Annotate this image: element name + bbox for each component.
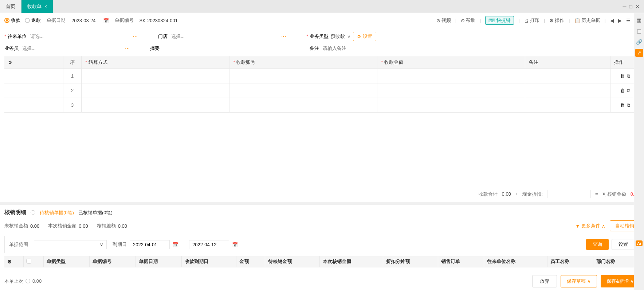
summary-input[interactable]	[162, 45, 289, 52]
help-label: 帮助	[466, 17, 475, 24]
tab-pending[interactable]: 待核销单据(0笔)	[40, 209, 74, 216]
sidebar-icon-1[interactable]: ▦	[635, 16, 643, 24]
tab-home-label: 首页	[6, 3, 15, 10]
row-1-settlement[interactable]	[82, 69, 229, 83]
row-3-delete-icon[interactable]: 🗑	[620, 102, 625, 108]
date-to-input[interactable]	[189, 240, 229, 249]
row-3-settlement[interactable]	[82, 98, 229, 113]
window-min-icon[interactable]: ─	[623, 4, 627, 9]
operation-btn[interactable]: ⚙ 操作	[549, 17, 564, 24]
calendar-from-icon[interactable]: 📅	[173, 242, 178, 247]
shortcut-label: 快捷键	[496, 17, 511, 24]
equals-sign: =	[595, 191, 598, 197]
ai-label[interactable]: Ai	[636, 240, 643, 246]
radio-group: 收款 退款	[4, 17, 41, 24]
more-conditions-btn[interactable]: ▼ 更多条件 ∧	[575, 223, 605, 229]
window-max-icon[interactable]: □	[629, 4, 632, 9]
unwritten-stat: 未核销金额 0.00	[4, 223, 39, 229]
row-2-delete-icon[interactable]: 🗑	[620, 88, 625, 94]
date-from-input[interactable]	[130, 240, 170, 249]
col-settings-header[interactable]: ⚙	[4, 56, 63, 69]
radio-refund[interactable]: 退款	[25, 17, 41, 24]
help-btn[interactable]: ⊙ 帮助	[461, 17, 475, 24]
row-3-copy-icon[interactable]: ⧉	[627, 102, 630, 108]
save-draft-button[interactable]: 保存草稿 ∧	[561, 275, 597, 287]
detail-col-counterpart: 往来单位名称	[484, 256, 547, 267]
row-2-remark[interactable]	[525, 83, 610, 98]
tab-close-icon[interactable]: ×	[44, 4, 47, 9]
shortcut-btn[interactable]: ⌨ 快捷键	[485, 16, 514, 25]
detail-col-settings[interactable]: ⚙	[4, 256, 23, 267]
row-1-account[interactable]	[229, 69, 377, 83]
row-3-remark[interactable]	[525, 98, 610, 113]
row-2-amount[interactable]	[377, 83, 525, 98]
settings-button[interactable]: ⚙ 设置	[353, 32, 376, 41]
section-divider	[0, 202, 644, 205]
detail-settings-button[interactable]: 设置	[612, 239, 635, 250]
staff-input[interactable]	[21, 45, 123, 52]
abandon-button[interactable]: 放弃	[532, 275, 557, 287]
counterpart-input[interactable]	[29, 33, 131, 40]
tab-done[interactable]: 已核销单据(0笔)	[78, 209, 113, 216]
table-container: ⚙ 序 结算方式 收款账号 收款金额 备注	[0, 56, 644, 186]
right-sidebar: ▦ ◫ 🔗 ⤢ Ai	[634, 13, 644, 290]
tab-home[interactable]: 首页	[0, 0, 21, 13]
prev-btn[interactable]: ◀	[610, 18, 614, 23]
table-row: 3 🗑 ⧉	[4, 98, 640, 113]
row-3-amount[interactable]	[377, 98, 525, 113]
section-tabs: 待核销单据(0笔) 已核销单据(0笔)	[40, 209, 113, 216]
row-1-delete-icon[interactable]: 🗑	[620, 73, 625, 79]
date-range-separator: —	[181, 242, 186, 247]
select-all-checkbox[interactable]	[27, 259, 31, 263]
video-btn[interactable]: ⊙ 视频	[436, 17, 451, 24]
calendar-to-icon[interactable]: 📅	[232, 242, 238, 247]
store-input[interactable]	[170, 33, 279, 40]
summary-label: 摘要	[150, 45, 160, 52]
filter-icon: ▼	[575, 223, 580, 229]
row-1-amount[interactable]	[377, 69, 525, 83]
filter-select[interactable]: ∨	[34, 240, 107, 249]
print-label: 打印	[530, 17, 539, 24]
next-btn[interactable]: ▶	[618, 18, 622, 23]
sidebar-icon-2[interactable]: ◫	[635, 27, 643, 35]
radio-collection-circle	[4, 18, 9, 23]
gear-icon: ⚙	[357, 34, 361, 39]
date-picker-icon[interactable]: 📅	[103, 18, 109, 23]
history-icon: 📋	[574, 18, 580, 23]
diff-stat: 核销差额 0.00	[97, 223, 127, 229]
row-3-account[interactable]	[229, 98, 377, 113]
store-more-btn[interactable]: ···	[281, 33, 286, 40]
row-1-remark[interactable]	[525, 69, 610, 83]
dropdown-arrow-icon: ∨	[100, 242, 103, 247]
discount-input[interactable]	[547, 190, 591, 198]
sidebar-icon-4[interactable]: ⤢	[635, 49, 643, 57]
radio-collection[interactable]: 收款	[4, 17, 20, 24]
remark-label: 备注	[310, 45, 319, 52]
staff-field: 业务员 ···	[4, 45, 130, 52]
row-2-settings	[4, 83, 63, 98]
history-btn[interactable]: 📋 历史单据	[574, 17, 600, 24]
row-1-copy-icon[interactable]: ⧉	[627, 73, 630, 79]
business-type-select[interactable]: 预收款 ∨	[331, 33, 351, 40]
diff-value: 0.00	[118, 223, 127, 229]
form-area: 往来单位 ··· 门店 ··· 业务类型 预收款 ∨ ⚙ 设置	[0, 28, 644, 56]
query-button[interactable]: 查询	[586, 239, 609, 250]
settlement-label: 结算方式	[85, 59, 107, 65]
print-btn[interactable]: 🖨 打印	[524, 17, 539, 24]
col-account-header: 收款账号	[229, 56, 377, 69]
row-2-settlement[interactable]	[82, 83, 229, 98]
col-num-header: 序	[63, 56, 82, 69]
counterpart-more-btn[interactable]: ···	[133, 33, 138, 40]
sidebar-icon-3[interactable]: 🔗	[635, 38, 643, 46]
current-stat: 本次核销金额 0.00	[48, 223, 88, 229]
tab-collection[interactable]: 收款单 ×	[21, 0, 53, 13]
remark-input[interactable]	[321, 45, 431, 52]
row-2-copy-icon[interactable]: ⧉	[627, 88, 630, 94]
window-close-icon[interactable]: ✕	[635, 4, 640, 9]
detail-col-checkbox[interactable]	[23, 256, 43, 267]
radio-refund-circle	[25, 18, 30, 23]
staff-more-btn[interactable]: ···	[125, 45, 130, 52]
list-view-icon[interactable]: ☰	[626, 18, 631, 23]
row-2-account[interactable]	[229, 83, 377, 98]
store-label: 门店	[158, 33, 168, 40]
